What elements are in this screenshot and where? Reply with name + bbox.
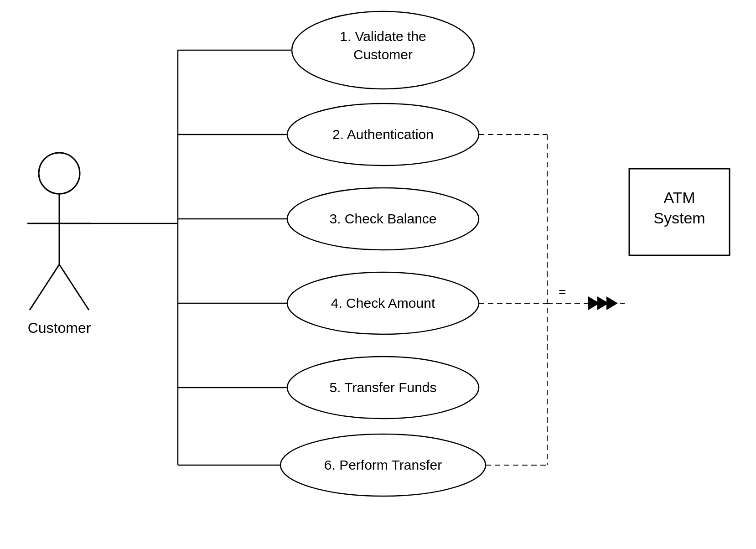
usecase-1-label: 1. Validate the	[340, 29, 426, 44]
equals-sign: =	[559, 285, 566, 299]
arrow-head-3	[606, 296, 618, 310]
usecase-1-label2: Customer	[353, 47, 413, 62]
atm-system-label2: System	[653, 209, 705, 227]
actor-right-leg	[59, 264, 89, 310]
usecase-4-label: 4. Check Amount	[331, 295, 435, 311]
usecase-5-label: 5. Transfer Funds	[329, 380, 436, 395]
actor-head	[39, 153, 80, 194]
usecase-2-label: 2. Authentication	[332, 127, 434, 142]
usecase-3-label: 3. Check Balance	[329, 211, 436, 226]
usecase-6-label: 6. Perform Transfer	[324, 457, 442, 472]
atm-system-label1: ATM	[663, 189, 695, 206]
actor-left-leg	[30, 264, 59, 310]
actor-label: Customer	[28, 320, 91, 336]
